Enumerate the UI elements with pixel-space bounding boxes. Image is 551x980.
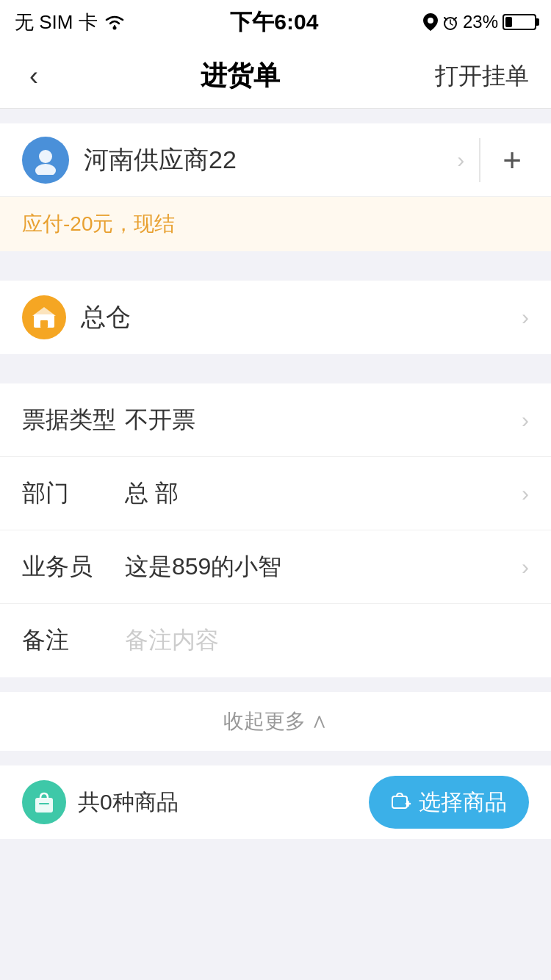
alarm-icon [442, 14, 458, 30]
supplier-section[interactable]: 河南供应商22 › + [0, 123, 551, 197]
collapse-label: 收起更多 ∧ [223, 707, 328, 735]
remark-value[interactable]: 备注内容 [125, 624, 529, 657]
status-right: 23% [423, 12, 536, 32]
product-count-area: 共0种商品 [22, 780, 179, 824]
user-icon [31, 145, 60, 175]
warehouse-row[interactable]: 总仓 › [0, 281, 551, 354]
info-banner: 应付-20元，现结 [0, 197, 551, 251]
invoice-type-chevron: › [522, 408, 529, 433]
salesperson-chevron: › [522, 555, 529, 580]
supplier-avatar [22, 137, 69, 184]
svg-point-0 [112, 26, 116, 30]
status-left: 无 SIM 卡 [15, 10, 126, 35]
info-banner-text: 应付-20元，现结 [22, 212, 175, 235]
svg-point-1 [428, 18, 433, 24]
warehouse-name: 总仓 [81, 300, 522, 334]
select-goods-label: 选择商品 [419, 788, 507, 818]
form-section: 票据类型 不开票 › 部门 总 部 › 业务员 这是859的小智 › 备注 备注… [0, 383, 551, 677]
remark-row[interactable]: 备注 备注内容 [0, 604, 551, 677]
svg-point-4 [35, 164, 56, 175]
status-bar: 无 SIM 卡 下午6:04 23% [0, 0, 551, 44]
svg-rect-9 [392, 796, 407, 808]
warehouse-icon [22, 295, 66, 339]
add-supplier-button[interactable]: + [495, 142, 529, 179]
select-goods-icon [391, 792, 411, 813]
gap-3 [0, 354, 551, 369]
salesperson-row[interactable]: 业务员 这是859的小智 › [0, 530, 551, 604]
warehouse-section[interactable]: 总仓 › [0, 281, 551, 354]
supplier-divider [479, 138, 480, 182]
department-label: 部门 [22, 478, 125, 510]
invoice-type-value: 不开票 [125, 404, 522, 436]
department-chevron: › [522, 481, 529, 506]
battery-percent: 23% [463, 12, 498, 32]
svg-rect-8 [35, 798, 53, 813]
battery-icon [503, 14, 536, 30]
status-time: 下午6:04 [230, 7, 318, 37]
page-title: 进货单 [201, 58, 280, 94]
supplier-chevron-icon: › [457, 148, 464, 173]
svg-point-3 [39, 150, 52, 163]
page-container: 无 SIM 卡 下午6:04 23% [0, 0, 551, 980]
invoice-type-row[interactable]: 票据类型 不开票 › [0, 383, 551, 457]
salesperson-label: 业务员 [22, 551, 125, 583]
location-icon [423, 13, 438, 31]
battery-fill [505, 17, 512, 27]
shopping-bag-icon [31, 789, 57, 815]
supplier-name: 河南供应商22 [84, 143, 457, 177]
gap-2 [0, 251, 551, 266]
product-count-text: 共0种商品 [78, 788, 179, 818]
warehouse-building-icon [31, 304, 57, 331]
svg-rect-7 [40, 320, 48, 328]
nav-bar: ‹ 进货单 打开挂单 [0, 44, 551, 109]
remark-label: 备注 [22, 624, 125, 657]
back-button[interactable]: ‹ [22, 54, 46, 99]
department-row[interactable]: 部门 总 部 › [0, 457, 551, 530]
carrier-label: 无 SIM 卡 [15, 10, 98, 35]
select-goods-button[interactable]: 选择商品 [369, 776, 529, 829]
product-icon [22, 780, 66, 824]
wifi-icon [104, 14, 126, 30]
department-value: 总 部 [125, 478, 522, 510]
svg-marker-6 [32, 307, 56, 316]
invoice-type-label: 票据类型 [22, 404, 125, 436]
salesperson-value: 这是859的小智 [125, 551, 522, 583]
collapse-toggle[interactable]: 收起更多 ∧ [0, 692, 551, 751]
open-pending-button[interactable]: 打开挂单 [435, 60, 529, 93]
gap-1 [0, 109, 551, 123]
bottom-bar: 共0种商品 选择商品 [0, 765, 551, 839]
warehouse-chevron-icon: › [522, 305, 529, 330]
